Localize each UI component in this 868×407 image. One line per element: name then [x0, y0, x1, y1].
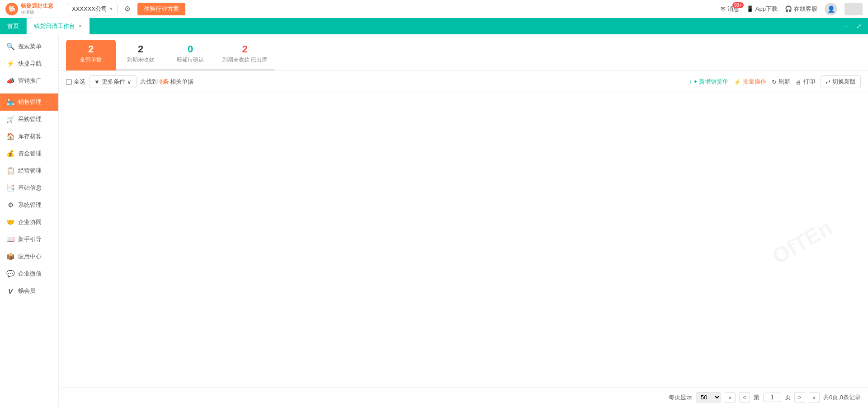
tab-minimize-button[interactable]: —: [841, 21, 852, 32]
user-name-area: [844, 3, 863, 15]
filter-button[interactable]: ▼ 更多条件 ∨: [89, 75, 137, 88]
batch-operation-button[interactable]: ⚡ 批量操作: [734, 78, 766, 86]
sidebar-wechat-label: 企业微信: [18, 270, 42, 278]
stat-tab-wangwang[interactable]: 0 旺辅待确认: [165, 40, 215, 70]
sidebar-item-app-center[interactable]: 📦 应用中心: [0, 248, 58, 265]
toolbar-right: + + 新增销货单 ⚡ 批量操作 ↻ 刷新 🖨 打印 ⇄ 切换新版: [689, 75, 861, 88]
stat-overdue-shipped-count: 2: [242, 43, 248, 55]
sidebar-search-area: 🔍 搜索菜单 ⚡ 快捷导航 📣 营销推广: [0, 34, 58, 94]
filter-icon: ▼: [94, 79, 100, 85]
sidebar-item-purchase[interactable]: 🛒 采购管理: [0, 111, 58, 128]
app-download-button[interactable]: 📱 App下载: [746, 5, 778, 13]
sidebar-finance-label: 资金管理: [18, 150, 42, 158]
tab-active[interactable]: 钱货日清工作台 ×: [27, 18, 90, 34]
message-icon: ✉: [721, 5, 726, 12]
finance-icon: 💰: [6, 150, 14, 158]
message-badge: 99+: [732, 2, 744, 8]
logo-area: 畅 畅捷通好生意 标准版: [5, 3, 64, 15]
sidebar-item-guide[interactable]: 📖 新手引导: [0, 231, 58, 248]
stat-overdue-label: 到期未收款: [127, 56, 154, 64]
sidebar-item-quick-nav[interactable]: ⚡ 快捷导航: [0, 55, 58, 72]
page-size-select[interactable]: 50 10 20 100: [696, 392, 721, 402]
select-all-label: 全选: [74, 78, 85, 86]
service-icon: 🎧: [785, 5, 792, 12]
marketing-icon: 📣: [6, 77, 14, 85]
sidebar-item-member[interactable]: V 畅会员: [0, 282, 58, 299]
guide-icon: 📖: [6, 235, 14, 243]
stat-overdue-count: 2: [138, 43, 143, 55]
page-size-label: 每页显示: [669, 393, 692, 402]
logo-icon: 畅: [5, 3, 18, 15]
page-input[interactable]: [763, 393, 781, 402]
tab-maximize-button[interactable]: ⤢: [854, 21, 864, 32]
stat-all-label: 全部单据: [80, 56, 102, 64]
tab-close-icon[interactable]: ×: [79, 23, 82, 29]
stat-tab-overdue-shipped[interactable]: 2 到期未收款 已出库: [215, 40, 274, 70]
prev-page-button[interactable]: <: [739, 392, 750, 403]
sidebar-enterprise-label: 企业协同: [18, 218, 42, 226]
add-label: + 新增销货单: [694, 78, 728, 86]
select-all-checkbox[interactable]: 全选: [66, 78, 85, 86]
sidebar-item-system[interactable]: ⚙ 系统管理: [0, 196, 58, 214]
add-order-button[interactable]: + + 新增销货单: [689, 78, 728, 86]
company-selector[interactable]: XXXXXX公司 ▼: [68, 3, 118, 15]
online-service-label: 在线客服: [794, 5, 817, 13]
sidebar-item-enterprise[interactable]: 🤝 企业协同: [0, 214, 58, 231]
sidebar-item-inventory[interactable]: 🏠 库存核算: [0, 128, 58, 145]
purchase-icon: 🛒: [6, 115, 14, 123]
last-page-button[interactable]: »: [809, 392, 820, 403]
quick-nav-icon: ⚡: [6, 60, 14, 68]
sidebar-purchase-label: 采购管理: [18, 115, 42, 123]
select-all-input[interactable]: [66, 79, 72, 85]
main-layout: 🔍 搜索菜单 ⚡ 快捷导航 📣 营销推广 🏪 销售管理 🛒 采购管理 🏠 库存核…: [0, 34, 868, 407]
sidebar-guide-label: 新手引导: [18, 235, 42, 243]
sidebar-item-base-info[interactable]: 📑 基础信息: [0, 179, 58, 196]
sidebar-item-sales[interactable]: 🏪 销售管理: [0, 94, 58, 111]
inventory-icon: 🏠: [6, 132, 14, 140]
chevron-down-icon: ∨: [127, 79, 132, 85]
batch-icon: ⚡: [734, 79, 741, 85]
refresh-button[interactable]: ↻ 刷新: [772, 78, 790, 86]
tab-active-label: 钱货日清工作台: [34, 22, 75, 30]
sidebar-item-wechat[interactable]: 💬 企业微信: [0, 265, 58, 282]
switch-version-button[interactable]: ⇄ 切换新版: [821, 75, 861, 88]
sidebar-marketing-label: 营销推广: [18, 77, 42, 85]
total-text: 共0页,0条记录: [823, 393, 861, 402]
stat-tab-overdue[interactable]: 2 到期未收款: [116, 40, 165, 70]
base-info-icon: 📑: [6, 184, 14, 192]
settings-button[interactable]: ⚙: [121, 3, 134, 15]
toolbar: 全选 ▼ 更多条件 ∨ 共找到 0条 相关单据 + + 新增销货单: [59, 71, 868, 93]
system-icon: ⚙: [6, 201, 14, 209]
tab-bar: 首页 钱货日清工作台 × — ⤢: [0, 18, 868, 34]
print-icon: 🖨: [796, 79, 802, 85]
enterprise-icon: 🤝: [6, 218, 14, 226]
sidebar-base-info-label: 基础信息: [18, 184, 42, 192]
trial-button[interactable]: 体验行业方案: [137, 3, 185, 15]
sidebar-search-label: 搜索菜单: [18, 42, 42, 51]
sidebar-item-search[interactable]: 🔍 搜索菜单: [0, 38, 58, 55]
pagination-bar: 每页显示 50 10 20 100 « < 第 页 > » 共0页,0条记录: [59, 387, 868, 407]
sidebar-sales-label: 销售管理: [18, 98, 42, 106]
first-page-button[interactable]: «: [725, 392, 736, 403]
sidebar-item-operations[interactable]: 📋 经营管理: [0, 162, 58, 179]
tab-spacer: [90, 18, 837, 34]
sales-icon: 🏪: [6, 98, 14, 106]
sidebar-item-finance[interactable]: 💰 资金管理: [0, 145, 58, 162]
next-page-button[interactable]: >: [794, 392, 805, 403]
sidebar-inventory-label: 库存核算: [18, 132, 42, 140]
sidebar-item-marketing[interactable]: 📣 营销推广: [0, 72, 58, 89]
stats-tabs: 2 全部单据 2 到期未收款 0 旺辅待确认 2 到期未收款 已出库: [59, 34, 868, 71]
stat-tab-all[interactable]: 2 全部单据: [66, 40, 116, 70]
print-button[interactable]: 🖨 打印: [796, 78, 815, 86]
tab-home[interactable]: 首页: [0, 18, 27, 34]
avatar[interactable]: 👤: [825, 3, 837, 15]
sidebar-operations-label: 经营管理: [18, 167, 42, 175]
stat-wangwang-count: 0: [188, 43, 193, 55]
message-button[interactable]: ✉ 消息 99+: [721, 5, 739, 13]
logo-subtitle: 标准版: [21, 9, 53, 15]
found-prefix: 共找到: [140, 78, 158, 85]
header-right: ✉ 消息 99+ 📱 App下载 🎧 在线客服 👤: [721, 3, 863, 15]
online-service-button[interactable]: 🎧 在线客服: [785, 5, 817, 13]
page-suffix: 页: [785, 393, 791, 402]
chevron-down-icon: ▼: [109, 6, 113, 11]
